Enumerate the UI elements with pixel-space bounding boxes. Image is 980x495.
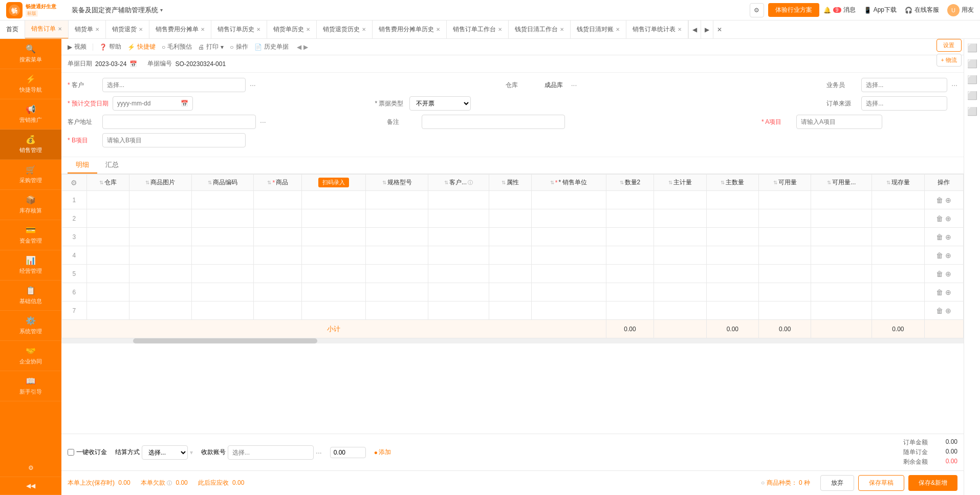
row-main-unit[interactable] — [654, 191, 706, 209]
row-current-stock[interactable] — [872, 191, 924, 209]
tab-return-history[interactable]: 销货退货历史 ✕ — [317, 20, 373, 39]
invoice-select[interactable]: 不开票 — [409, 96, 471, 111]
tab-expense-split[interactable]: 销售费用分摊单 ✕ — [149, 20, 211, 39]
history-btn[interactable]: 📄 历史单据 — [254, 42, 289, 51]
tab-close-icon[interactable]: ✕ — [306, 27, 310, 32]
add-logistics-btn[interactable]: + 物流 — [937, 54, 962, 67]
delete-row-icon[interactable]: 🗑 — [936, 214, 943, 223]
row-product-img[interactable] — [129, 191, 191, 209]
customer-ellipsis-btn[interactable]: ··· — [250, 81, 256, 89]
calendar-icon[interactable]: 📅 — [129, 60, 137, 68]
tab-sales-delivery[interactable]: 销货单 ✕ — [69, 20, 106, 39]
copy-row-icon[interactable]: ⊕ — [945, 270, 951, 278]
col-settings[interactable]: ⚙ — [62, 175, 87, 191]
order-source-ellipsis-btn[interactable]: ··· — [951, 99, 957, 107]
note-input[interactable] — [422, 115, 565, 129]
copy-row-icon[interactable]: ⊕ — [945, 196, 951, 204]
shortcut-btn[interactable]: ⚡ 快捷键 — [127, 42, 156, 51]
tab-detail[interactable]: 明细 — [68, 157, 97, 174]
sidebar-item-search[interactable]: 🔍 搜索菜单 — [0, 39, 61, 69]
address-input[interactable] — [102, 115, 256, 129]
row-main-qty[interactable] — [706, 191, 758, 209]
tab-close-icon[interactable]: ✕ — [678, 27, 682, 32]
tab-close-icon[interactable]: ✕ — [95, 27, 99, 32]
copy-row-icon[interactable]: ⊕ — [945, 214, 951, 223]
tab-delivery-history[interactable]: 销货单历史 ✕ — [267, 20, 317, 39]
prev-nav-icon[interactable]: ◀ — [297, 44, 301, 51]
discard-button[interactable]: 放弃 — [820, 475, 854, 491]
tab-workbench[interactable]: 销售订单工作台 ✕ — [447, 20, 509, 39]
tab-close-icon[interactable]: ✕ — [616, 27, 620, 32]
horizontal-scrollbar[interactable] — [61, 338, 964, 343]
tab-close-icon[interactable]: ✕ — [139, 27, 143, 32]
tab-close-icon[interactable]: ✕ — [201, 27, 205, 32]
delivery-date-input[interactable] — [117, 100, 179, 107]
save-new-button[interactable]: 保存&新增 — [908, 475, 957, 491]
delete-row-icon[interactable]: 🗑 — [936, 270, 943, 278]
address-ellipsis-btn[interactable]: ··· — [260, 118, 266, 126]
b-project-input[interactable] — [102, 133, 246, 147]
sidebar-item-guide[interactable]: 📖 新手引导 — [0, 371, 61, 401]
delivery-date-field[interactable]: 📅 — [113, 96, 193, 111]
tab-stats[interactable]: 销售订单统计表 ✕ — [626, 20, 688, 39]
tab-close-icon[interactable]: ✕ — [560, 27, 564, 32]
user-menu[interactable]: U 用友 — [947, 4, 974, 16]
sidebar-collapse-btn[interactable]: ◀◀ — [0, 477, 61, 495]
sidebar-item-enterprise[interactable]: 🤝 企业协同 — [0, 341, 61, 371]
scrollbar-thumb[interactable] — [133, 338, 317, 343]
tab-return[interactable]: 销货退货 ✕ — [106, 20, 149, 39]
right-tool-3-icon[interactable]: ⬜ — [967, 75, 977, 84]
a-project-input[interactable] — [796, 115, 882, 129]
tab-close-icon[interactable]: ✕ — [256, 27, 260, 32]
row-customer-spec[interactable] — [428, 191, 489, 209]
customer-input[interactable] — [102, 78, 246, 92]
row-attr[interactable] — [489, 191, 531, 209]
tab-more-btn[interactable]: ✕ — [713, 20, 725, 39]
industry-btn[interactable]: 体验行业方案 — [768, 3, 819, 17]
right-tool-2-icon[interactable]: ⬜ — [967, 59, 977, 69]
sidebar-item-quick[interactable]: ⚡ 快捷导航 — [0, 69, 61, 99]
row-warehouse[interactable] — [86, 191, 129, 209]
view-video-btn[interactable]: ▶ 视频 — [68, 42, 86, 51]
sidebar-settings-btn[interactable]: ⚙ — [0, 459, 61, 477]
tab-home[interactable]: 首页 — [0, 20, 25, 39]
add-btn[interactable]: ● 添加 — [374, 448, 391, 457]
row-product[interactable] — [254, 191, 302, 209]
delete-row-icon[interactable]: 🗑 — [936, 196, 943, 204]
delete-row-icon[interactable]: 🗑 — [936, 307, 943, 315]
settings-panel-btn[interactable]: 设置 — [937, 39, 962, 52]
scan-input-btn[interactable]: 扫码录入 — [318, 178, 349, 187]
sidebar-item-sales[interactable]: 💰 销售管理 — [0, 130, 61, 160]
copy-row-icon[interactable]: ⊕ — [945, 288, 951, 296]
sidebar-item-marketing[interactable]: 📢 营销推广 — [0, 99, 61, 130]
sidebar-item-finance[interactable]: 💳 资金管理 — [0, 220, 61, 250]
table-settings-icon[interactable]: ⚙ — [71, 179, 77, 187]
right-tool-4-icon[interactable]: ⬜ — [967, 91, 977, 100]
row-product-code[interactable] — [191, 191, 254, 209]
sidebar-item-system[interactable]: ⚙️ 系统管理 — [0, 311, 61, 341]
tab-close-icon[interactable]: ✕ — [436, 27, 440, 32]
message-btn[interactable]: 🔔 9 消息 — [823, 6, 856, 14]
tab-order-history[interactable]: 销售订单历史 ✕ — [211, 20, 267, 39]
account-ellipsis-btn[interactable]: ··· — [316, 448, 322, 457]
tab-close-icon[interactable]: ✕ — [58, 26, 62, 32]
print-btn[interactable]: 🖨 打印 ▾ — [198, 42, 224, 51]
tab-cash-workbench[interactable]: 钱货日清工作台 ✕ — [509, 20, 571, 39]
online-service-btn[interactable]: 🎧 在线客服 — [905, 6, 939, 14]
tab-cash-reconcile[interactable]: 钱货日清对账 ✕ — [571, 20, 626, 39]
row-available[interactable] — [759, 191, 811, 209]
copy-row-icon[interactable]: ⊕ — [945, 233, 951, 241]
sidebar-item-operation[interactable]: 📊 经营管理 — [0, 250, 61, 281]
row-scan[interactable] — [302, 191, 366, 209]
row-available2[interactable] — [811, 191, 872, 209]
delete-row-icon[interactable]: 🗑 — [936, 251, 943, 260]
right-tool-1-icon[interactable]: ⬜ — [967, 43, 977, 53]
amount-input[interactable] — [330, 447, 366, 458]
row-spec[interactable] — [366, 191, 428, 209]
order-source-input[interactable] — [861, 96, 947, 111]
date-value[interactable]: 2023-03-24 — [95, 60, 126, 68]
delete-row-icon[interactable]: 🗑 — [936, 233, 943, 241]
quick-order-checkbox[interactable] — [68, 449, 74, 456]
chevron-down-icon[interactable]: ▾ — [160, 7, 163, 13]
tab-close-icon[interactable]: ✕ — [362, 27, 366, 32]
